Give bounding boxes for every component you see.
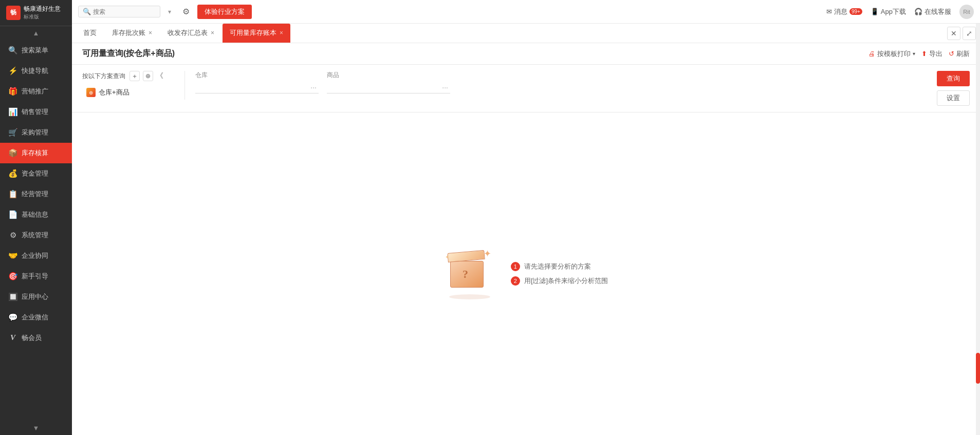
warehouse-filter-label: 仓库 xyxy=(195,71,319,80)
print-icon: 🖨 xyxy=(868,50,875,58)
tab-batch-account[interactable]: 库存批次账 × xyxy=(105,24,159,43)
logo-text: 畅康通好生意 标准版 xyxy=(24,5,61,21)
system-icon: ⚙ xyxy=(8,231,17,240)
sidebar-nav: 🔍 搜索菜单 ⚡ 快捷导航 🎁 营销推广 📊 销售管理 🛒 采购管理 📦 库存核… xyxy=(0,40,72,421)
warehouse-input[interactable] xyxy=(197,84,310,91)
product-filter-group: 商品 ··· xyxy=(327,71,450,93)
scheme-item-warehouse-product[interactable]: ⊕ 仓库+商品 xyxy=(82,85,176,100)
empty-tip-1: 1 请先选择要分析的方案 xyxy=(511,262,608,271)
message-icon: ✉ xyxy=(826,8,832,15)
finance-icon: 💰 xyxy=(8,169,17,178)
page-header: 可用量查询(按仓库+商品) 🖨 按模板打印 ▾ ⬆ 导出 ↺ 刷新 xyxy=(72,43,980,65)
sidebar-item-sales[interactable]: 📊 销售管理 xyxy=(0,102,72,122)
sidebar-item-app-center[interactable]: 🔲 应用中心 xyxy=(0,287,72,307)
wechat-icon: 💬 xyxy=(8,313,17,322)
settings-button[interactable]: 设置 xyxy=(937,90,970,106)
sidebar-item-vip[interactable]: V 畅会员 xyxy=(0,328,72,348)
warehouse-filter-input[interactable]: ··· xyxy=(195,82,319,93)
trial-industry-btn[interactable]: 体验行业方案 xyxy=(197,5,252,19)
tip-num-2: 2 xyxy=(511,276,520,286)
product-filter-input[interactable]: ··· xyxy=(327,82,450,93)
sales-icon: 📊 xyxy=(8,107,17,117)
online-service-btn[interactable]: 🎧 在线客服 xyxy=(914,7,951,16)
tab-close-receipt-summary[interactable]: × xyxy=(211,29,214,36)
right-scrollbar[interactable] xyxy=(976,24,980,435)
headset-icon: 🎧 xyxy=(914,8,922,15)
tab-maximize-btn[interactable]: ⤢ xyxy=(963,27,976,40)
sidebar-item-finance[interactable]: 💰 资金管理 xyxy=(0,163,72,184)
search-icon: 🔍 xyxy=(8,46,17,55)
topbar-dropdown-btn[interactable]: ▾ xyxy=(164,7,175,17)
filter-section: 按以下方案查询 + ⊕ 《 ⊕ 仓库+商品 仓库 xyxy=(72,65,980,112)
app-download-btn[interactable]: 📱 App下载 xyxy=(871,7,906,16)
query-button[interactable]: 查询 xyxy=(937,71,970,86)
inventory-icon: 📦 xyxy=(8,148,17,158)
quick-nav-icon: ⚡ xyxy=(8,66,17,75)
warehouse-filter-group: 仓库 ··· xyxy=(195,71,319,93)
empty-tip-2: 2 用[过滤]条件来缩小分析范围 xyxy=(511,276,608,286)
topbar-search-icon: 🔍 xyxy=(83,8,91,15)
add-scheme-btn[interactable]: + xyxy=(130,71,140,81)
refresh-icon: ↺ xyxy=(949,50,954,58)
tabs-bar: 首页 库存批次账 × 收发存汇总表 × 可用量库存账本 × ✕ ⤢ xyxy=(72,24,980,43)
topbar: 🔍 ▾ ⚙ 体验行业方案 ✉ 消息 99+ 📱 App下载 🎧 在线客服 Rit xyxy=(72,0,980,24)
empty-state-inner: ? ✦ ✦ 1 请先选择要分析的方案 2 用[过滤]条件来缩小分析范围 xyxy=(444,248,608,299)
query-buttons: 查询 设置 xyxy=(929,71,970,106)
main-area: 🔍 ▾ ⚙ 体验行业方案 ✉ 消息 99+ 📱 App下载 🎧 在线客服 Rit xyxy=(72,0,980,435)
empty-state: ? ✦ ✦ 1 请先选择要分析的方案 2 用[过滤]条件来缩小分析范围 xyxy=(72,112,980,435)
sidebar-item-marketing[interactable]: 🎁 营销推广 xyxy=(0,81,72,102)
warehouse-more-btn[interactable]: ··· xyxy=(310,83,317,91)
topbar-gear-btn[interactable]: ⚙ xyxy=(179,5,193,19)
scheme-item-icon: ⊕ xyxy=(86,88,96,97)
sidebar-item-enterprise[interactable]: 🤝 企业协同 xyxy=(0,245,72,266)
filter-scheme-panel: 按以下方案查询 + ⊕ 《 ⊕ 仓库+商品 xyxy=(82,71,185,100)
sidebar-scroll-down[interactable]: ▼ xyxy=(0,421,72,435)
app-center-icon: 🔲 xyxy=(8,292,17,301)
sidebar-item-operation[interactable]: 📋 经营管理 xyxy=(0,184,72,204)
user-avatar[interactable]: Rit xyxy=(959,5,974,19)
sidebar-item-purchase[interactable]: 🛒 采购管理 xyxy=(0,122,72,143)
sidebar-item-system[interactable]: ⚙ 系统管理 xyxy=(0,225,72,245)
guide-icon: 🎯 xyxy=(8,272,17,281)
sidebar-item-quick-nav[interactable]: ⚡ 快捷导航 xyxy=(0,61,72,81)
empty-state-tips: 1 请先选择要分析的方案 2 用[过滤]条件来缩小分析范围 xyxy=(511,262,608,286)
filter-scheme-actions: + ⊕ 《 xyxy=(130,71,163,81)
sidebar-logo: 畅 畅康通好生意 标准版 xyxy=(6,5,66,21)
product-more-btn[interactable]: ··· xyxy=(442,83,448,91)
refresh-btn[interactable]: ↺ 刷新 xyxy=(949,49,970,59)
empty-state-icon: ? ✦ ✦ xyxy=(444,248,495,299)
tab-close-all-btn[interactable]: ✕ xyxy=(947,27,960,40)
page-content: 可用量查询(按仓库+商品) 🖨 按模板打印 ▾ ⬆ 导出 ↺ 刷新 xyxy=(72,43,980,435)
topbar-right: ✉ 消息 99+ 📱 App下载 🎧 在线客服 Rit xyxy=(826,5,974,19)
tab-close-batch-account[interactable]: × xyxy=(149,29,152,36)
topbar-search-input[interactable] xyxy=(93,8,150,15)
print-btn[interactable]: 🖨 按模板打印 ▾ xyxy=(868,49,915,59)
sidebar-item-inventory[interactable]: 📦 库存核算 xyxy=(0,143,72,163)
settings-scheme-btn[interactable]: ⊕ xyxy=(143,71,153,81)
product-filter-label: 商品 xyxy=(327,71,450,80)
tab-home[interactable]: 首页 xyxy=(76,24,104,43)
topbar-search-box[interactable]: 🔍 xyxy=(78,6,160,17)
message-badge: 99+ xyxy=(849,8,862,15)
sidebar-item-basic-info[interactable]: 📄 基础信息 xyxy=(0,204,72,225)
operation-icon: 📋 xyxy=(8,190,17,199)
tab-close-available-stock[interactable]: × xyxy=(280,29,283,36)
print-dropdown-icon: ▾ xyxy=(913,51,915,56)
sidebar-scroll-up[interactable]: ▲ xyxy=(0,26,72,40)
tab-available-stock[interactable]: 可用量库存账本 × xyxy=(223,24,290,43)
filter-inputs: 仓库 ··· 商品 ··· xyxy=(185,71,929,93)
export-btn[interactable]: ⬆ 导出 xyxy=(921,49,942,59)
sidebar-item-search[interactable]: 🔍 搜索菜单 xyxy=(0,40,72,61)
page-title: 可用量查询(按仓库+商品) xyxy=(82,48,175,59)
message-btn[interactable]: ✉ 消息 99+ xyxy=(826,7,862,16)
tabs-actions: ✕ ⤢ xyxy=(947,27,976,40)
tab-receipt-summary[interactable]: 收发存汇总表 × xyxy=(160,24,221,43)
export-icon: ⬆ xyxy=(921,50,927,58)
right-scrollbar-thumb[interactable] xyxy=(976,353,980,384)
enterprise-icon: 🤝 xyxy=(8,251,17,260)
purchase-icon: 🛒 xyxy=(8,128,17,137)
sidebar-item-guide[interactable]: 🎯 新手引导 xyxy=(0,266,72,287)
product-input[interactable] xyxy=(329,84,442,91)
collapse-scheme-btn[interactable]: 《 xyxy=(156,71,163,81)
sidebar-item-wechat[interactable]: 💬 企业微信 xyxy=(0,307,72,328)
